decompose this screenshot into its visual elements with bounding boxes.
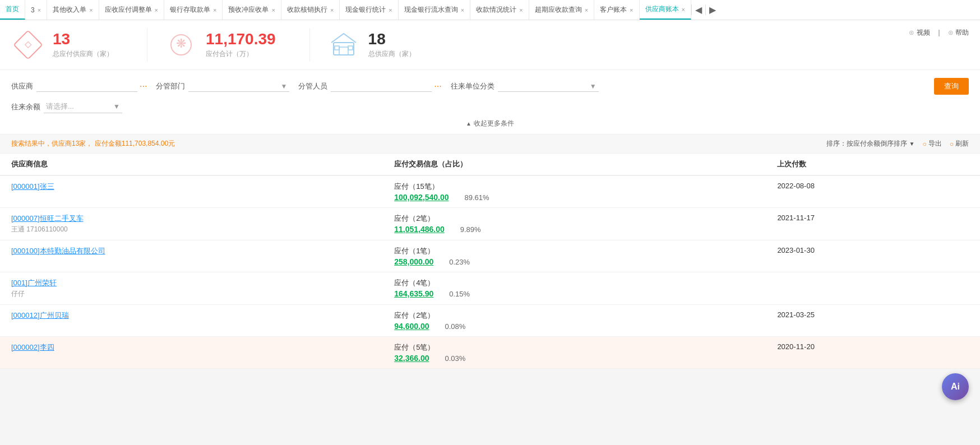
supplier-sub-2: 王通 17106110000 [11, 225, 394, 234]
nav-tab-bank-deposit[interactable]: 银行存取款单 × [164, 0, 223, 20]
payable-label-6: 应付（5笔） [394, 342, 777, 353]
nav-tab-home-label: 首页 [6, 4, 19, 14]
nav-tab-payment-verify-close[interactable]: × [330, 7, 334, 13]
supplier-link-2[interactable]: [000007]恒旺二手叉车 [11, 214, 394, 224]
filter-input-supplier[interactable] [36, 81, 137, 92]
query-button[interactable]: 查询 [934, 78, 969, 95]
payable-pct-3: 0.23% [449, 258, 470, 266]
video-link[interactable]: ⊙ 视频 [909, 28, 930, 38]
payable-cell-3: 应付（1笔） 258,000.00 0.23% [394, 246, 777, 266]
filter-select-dept[interactable]: ▼ [188, 81, 289, 92]
nav-tab-3-close[interactable]: × [38, 7, 41, 13]
filter-label-person: 分管人员 [298, 81, 327, 91]
last-pay-6: 2020-11-20 [777, 342, 969, 351]
supplier-sub-4: 仔仔 [11, 289, 394, 299]
payable-amount-5[interactable]: 94,600.00 [394, 322, 429, 331]
nav-tab-supplier-account[interactable]: 供应商账本 × [640, 0, 691, 20]
stat2-number: 11,170.39 [206, 31, 276, 48]
nav-tab-advance-collect[interactable]: 预收冲应收单 × [223, 0, 281, 20]
filter-select-balance[interactable]: 请选择... ▼ [44, 100, 122, 113]
table-row: [000100]本特勤油品有限公司 应付（1笔） 258,000.00 0.23… [0, 240, 980, 272]
payable-label-3: 应付（1笔） [394, 246, 777, 256]
nav-tab-cash-bank-stat-close[interactable]: × [389, 7, 392, 13]
nav-tab-customer-account-close[interactable]: × [630, 7, 633, 13]
supplier-link-1[interactable]: [000001]张三 [11, 182, 394, 192]
col-header-payable: 应付交易信息（占比） [394, 159, 777, 169]
nav-tab-cash-bank-flow[interactable]: 现金银行流水查询 × [399, 0, 470, 20]
nav-tab-cash-bank-flow-label: 现金银行流水查询 [404, 5, 458, 15]
nav-tab-customer-account[interactable]: 客户账本 × [594, 0, 639, 20]
nav-tab-other-income[interactable]: 其他收入单 × [47, 0, 99, 20]
payable-amount-4[interactable]: 164,635.90 [394, 289, 433, 298]
top-navigation: 首页 3 × 其他收入单 × 应收应付调整单 × 银行存取款单 × 预收冲应收单… [0, 0, 980, 20]
nav-tab-home[interactable]: 首页 [0, 0, 25, 20]
collapse-button[interactable]: ▲ 收起更多条件 [466, 119, 514, 128]
payable-amount-1[interactable]: 100,092,540.00 [394, 193, 449, 202]
payable-amount-2[interactable]: 11,051,486.00 [394, 225, 445, 234]
person-dots-btn[interactable]: ··· [434, 81, 441, 91]
table-row: [000001]张三 应付（15笔） 100,092,540.00 89.61%… [0, 176, 980, 208]
supplier-link-3[interactable]: [000100]本特勤油品有限公司 [11, 246, 394, 256]
nav-tab-overdue-query[interactable]: 超期应收款查询 × [529, 0, 594, 20]
nav-tab-ap-adjust-close[interactable]: × [155, 7, 158, 13]
nav-tab-collect-stat[interactable]: 收款情况统计 × [470, 0, 529, 20]
filter-row-2: 往来余额 请选择... ▼ [11, 100, 969, 113]
sort-selector[interactable]: 排序：按应付余额倒序排序 ▼ [826, 139, 914, 149]
filter-label-supplier: 供应商 [11, 81, 33, 91]
collapse-label: 收起更多条件 [474, 119, 514, 128]
svg-rect-4 [334, 43, 354, 55]
sort-chevron-icon: ▼ [909, 141, 915, 147]
diamond-icon: ◇ [11, 28, 45, 62]
help-link[interactable]: ⊙ 帮助 [948, 28, 969, 38]
filter-select-unit-type[interactable]: ▼ [498, 81, 599, 92]
nav-tab-advance-collect-label: 预收冲应收单 [228, 5, 269, 15]
stats-bar: ◇ 13 总应付供应商（家） ❋ 11,170.39 应付合计（万） [0, 20, 980, 70]
payable-amount-6[interactable]: 32,366.00 [394, 354, 429, 363]
stat1-label: 总应付供应商（家） [53, 49, 113, 59]
refresh-button[interactable]: ○ 刷新 [950, 139, 969, 149]
filter-item-supplier: 供应商 ··· [11, 81, 147, 92]
supplier-dots-btn[interactable]: ··· [140, 81, 147, 91]
stat2-label: 应付合计（万） [206, 49, 276, 59]
nav-tab-3[interactable]: 3 × [25, 0, 47, 20]
supplier-link-6[interactable]: [000002]李四 [11, 342, 394, 353]
dept-chevron-icon: ▼ [280, 82, 287, 90]
nav-tab-customer-account-label: 客户账本 [600, 5, 627, 15]
nav-tab-advance-collect-close[interactable]: × [271, 7, 275, 13]
nav-arrow-left[interactable]: ◀ [691, 4, 705, 15]
last-pay-1: 2022-08-08 [777, 182, 969, 190]
payable-amount-3[interactable]: 258,000.00 [394, 257, 433, 266]
svg-text:◇: ◇ [25, 39, 32, 49]
filter-item-unit-type: 往来单位分类 ▼ [451, 81, 599, 92]
nav-tab-overdue-query-close[interactable]: × [585, 7, 588, 13]
supplier-link-5[interactable]: [000012]广州贝瑞 [11, 310, 394, 321]
collapse-icon: ▲ [466, 120, 471, 127]
nav-tab-ap-adjust[interactable]: 应收应付调整单 × [99, 0, 164, 20]
nav-tab-overdue-query-label: 超期应收款查询 [535, 5, 582, 15]
payable-cell-1: 应付（15笔） 100,092,540.00 89.61% [394, 182, 777, 202]
export-button[interactable]: ○ 导出 [923, 139, 942, 149]
nav-tab-bank-deposit-close[interactable]: × [213, 7, 216, 13]
nav-tab-cash-bank-stat[interactable]: 现金银行统计 × [340, 0, 398, 20]
nav-tab-supplier-account-label: 供应商账本 [645, 4, 679, 14]
nav-tab-supplier-account-close[interactable]: × [682, 6, 685, 13]
nav-tab-payment-verify[interactable]: 收款核销执行 × [281, 0, 340, 20]
nav-tab-other-income-close[interactable]: × [89, 7, 93, 13]
payable-pct-1: 89.61% [465, 193, 489, 202]
supplier-info-cell: [000001]张三 [11, 182, 394, 192]
supplier-info-cell-2: [000007]恒旺二手叉车 王通 17106110000 [11, 214, 394, 234]
nav-tab-collect-stat-close[interactable]: × [519, 7, 523, 13]
filter-row-1: 供应商 ··· 分管部门 ▼ 分管人员 ··· 往来单位分类 ▼ [11, 78, 969, 95]
stat-divider-2 [309, 28, 310, 62]
table-row: [000002]李四 应付（5笔） 32,366.00 0.03% 2020-1… [0, 337, 980, 369]
table-row: [000012]广州贝瑞 应付（2笔） 94,600.00 0.08% 2021… [0, 305, 980, 337]
payable-pct-4: 0.15% [449, 290, 470, 298]
supplier-link-4[interactable]: [001]广州荣轩 [11, 278, 394, 288]
svg-rect-7 [348, 46, 353, 50]
filter-input-person[interactable] [331, 81, 432, 92]
last-pay-2: 2021-11-17 [777, 214, 969, 222]
nav-arrow-right[interactable]: ▶ [705, 4, 719, 15]
filter-area: 供应商 ··· 分管部门 ▼ 分管人员 ··· 往来单位分类 ▼ [0, 70, 980, 135]
nav-tab-cash-bank-flow-close[interactable]: × [461, 7, 464, 13]
refresh-icon: ○ [950, 140, 954, 148]
